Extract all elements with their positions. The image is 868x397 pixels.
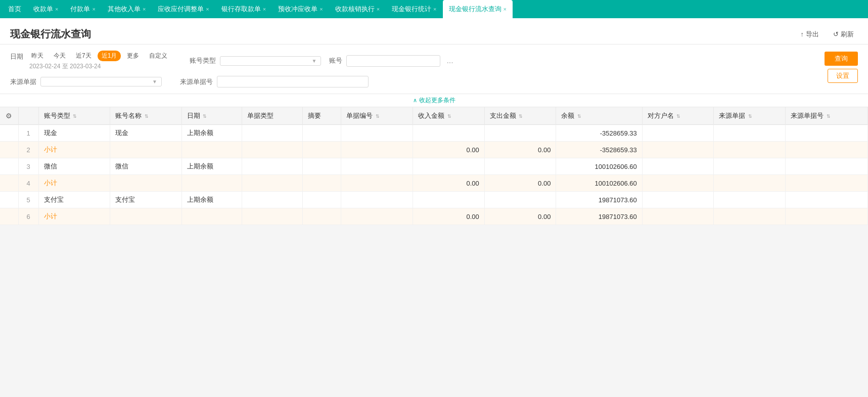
column-source-doc-no[interactable]: 来源单据号 ⇅ — [786, 107, 868, 125]
cell-doc-no — [341, 158, 413, 175]
column-doc-type: 单据类型 — [242, 107, 302, 125]
sort-expense[interactable]: ⇅ — [519, 114, 523, 119]
column-settings[interactable]: ⚙ — [0, 107, 18, 125]
source-doc-select[interactable]: ▼ — [40, 77, 162, 86]
nav-collection-exec-close[interactable]: × — [377, 0, 380, 18]
date-today[interactable]: 今天 — [50, 51, 70, 61]
cell-balance: 100102606.60 — [556, 175, 642, 192]
column-doc-no[interactable]: 单据编号 ⇅ — [341, 107, 413, 125]
account-more-button[interactable]: ... — [446, 56, 453, 65]
cell-account-name — [110, 175, 182, 192]
cell-expense — [484, 158, 556, 175]
date-1month[interactable]: 近1月 — [98, 51, 121, 61]
nav-bank-deposit-close[interactable]: × — [263, 0, 266, 18]
table-row[interactable]: 5支付宝支付宝上期余额19871073.60 — [0, 192, 868, 208]
column-expense[interactable]: 支出金额 ⇅ — [484, 107, 556, 125]
nav-advance-receipts-close[interactable]: × — [319, 0, 323, 18]
settings-button[interactable]: 设置 — [828, 69, 858, 83]
nav-receipts[interactable]: 收款单 × — [27, 0, 64, 18]
table-row[interactable]: 1现金现金上期余额-3528659.33 — [0, 125, 868, 142]
nav-advance-receipts[interactable]: 预收冲应收单 × — [272, 0, 329, 18]
nav-collection-exec[interactable]: 收款核销执行 × — [329, 0, 386, 18]
sort-source-doc-no[interactable]: ⇅ — [827, 114, 831, 119]
date-range-display: 2023-02-24 至 2023-03-24 — [29, 62, 171, 71]
column-account-type[interactable]: 账号类型 ⇅ — [38, 107, 110, 125]
gear-icon[interactable]: ⚙ — [6, 112, 12, 120]
nav-adjustment-close[interactable]: × — [206, 0, 209, 18]
cell-summary — [302, 208, 341, 225]
cell-balance: 19871073.60 — [556, 208, 642, 225]
export-button[interactable]: ↑ 导出 — [797, 28, 824, 41]
nav-payments-close[interactable]: × — [92, 0, 95, 18]
column-balance[interactable]: 余额 ⇅ — [556, 107, 642, 125]
cell-doc-type — [242, 175, 302, 192]
column-date[interactable]: 日期 ⇅ — [181, 107, 242, 125]
sort-account-name[interactable]: ⇅ — [145, 114, 149, 119]
sort-date[interactable]: ⇅ — [203, 114, 207, 119]
cell-account-name — [110, 142, 182, 158]
nav-cash-flow-close[interactable]: × — [504, 0, 507, 18]
nav-home[interactable]: 首页 — [2, 0, 27, 18]
nav-receipts-close[interactable]: × — [55, 0, 58, 18]
nav-bank-deposit[interactable]: 银行存取款单 × — [215, 0, 272, 18]
nav-cash-stats-close[interactable]: × — [433, 0, 436, 18]
cell-doc-type — [242, 192, 302, 208]
table-row[interactable]: 3微信微信上期余额100102606.60 — [0, 158, 868, 175]
sort-doc-no[interactable]: ⇅ — [376, 114, 380, 119]
account-type-arrow: ▼ — [311, 58, 316, 64]
date-more[interactable]: 更多 — [123, 51, 143, 61]
account-type-select[interactable]: ▼ — [220, 56, 321, 66]
date-custom[interactable]: 自定义 — [145, 51, 171, 61]
source-doc-no-input[interactable] — [217, 76, 369, 87]
query-button[interactable]: 查询 — [825, 52, 858, 66]
source-doc-no-label: 来源单据号 — [180, 77, 213, 86]
cell-summary — [302, 192, 341, 208]
sort-counterpart[interactable]: ⇅ — [676, 114, 680, 119]
column-counterpart[interactable]: 对方户名 ⇅ — [642, 107, 714, 125]
column-income[interactable]: 收入金额 ⇅ — [413, 107, 485, 125]
account-type-label: 账号类型 — [190, 56, 216, 65]
cell-account-name: 支付宝 — [110, 192, 182, 208]
nav-other-income[interactable]: 其他收入单 × — [102, 0, 152, 18]
nav-adjustment[interactable]: 应收应付调整单 × — [152, 0, 215, 18]
table-row[interactable]: 2小计0.000.00-3528659.33 — [0, 142, 868, 158]
cell-gear — [0, 142, 18, 158]
data-table-container: ⚙ 账号类型 ⇅ 账号名称 ⇅ 日期 ⇅ 单据类型 — [0, 107, 868, 225]
nav-payments[interactable]: 付款单 × — [64, 0, 101, 18]
top-navigation: 首页 收款单 × 付款单 × 其他收入单 × 应收应付调整单 × 银行存取款单 … — [0, 0, 868, 18]
table-row[interactable]: 4小计0.000.00100102606.60 — [0, 175, 868, 192]
column-source-doc[interactable]: 来源单据 ⇅ — [714, 107, 786, 125]
sort-balance[interactable]: ⇅ — [577, 114, 581, 119]
date-7days[interactable]: 近7天 — [72, 51, 96, 61]
cell-rownum: 4 — [18, 175, 38, 192]
cell-date — [181, 208, 242, 225]
cell-source-doc-no — [786, 125, 868, 142]
collapse-bar[interactable]: ∧ 收起更多条件 — [0, 94, 868, 107]
cell-counterpart — [642, 158, 714, 175]
cell-income: 0.00 — [413, 208, 485, 225]
date-yesterday[interactable]: 昨天 — [27, 51, 48, 61]
cell-income — [413, 125, 485, 142]
source-doc-label: 来源单据 — [10, 77, 36, 86]
nav-receipts-label: 收款单 — [33, 0, 53, 18]
nav-payments-label: 付款单 — [70, 0, 90, 18]
page-header: 现金银行流水查询 ↑ 导出 ↺ 刷新 — [0, 18, 868, 45]
date-filter-label: 日期 — [10, 52, 23, 61]
nav-other-income-close[interactable]: × — [143, 0, 146, 18]
nav-home-label: 首页 — [8, 0, 21, 18]
sort-source-doc[interactable]: ⇅ — [748, 114, 752, 119]
cell-balance: -3528659.33 — [556, 125, 642, 142]
export-label: 导出 — [806, 30, 819, 39]
table-row[interactable]: 6小计0.000.0019871073.60 — [0, 208, 868, 225]
sort-income[interactable]: ⇅ — [447, 114, 451, 119]
column-summary: 摘要 — [302, 107, 341, 125]
account-input[interactable] — [346, 55, 440, 67]
column-account-name[interactable]: 账号名称 ⇅ — [110, 107, 182, 125]
refresh-button[interactable]: ↺ 刷新 — [829, 28, 858, 41]
nav-cash-flow[interactable]: 现金银行流水查询 × — [443, 0, 513, 18]
cell-account-type: 小计 — [38, 208, 110, 225]
cell-gear — [0, 158, 18, 175]
nav-cash-stats[interactable]: 现金银行统计 × — [386, 0, 442, 18]
cell-gear — [0, 125, 18, 142]
sort-account-type[interactable]: ⇅ — [73, 114, 77, 119]
